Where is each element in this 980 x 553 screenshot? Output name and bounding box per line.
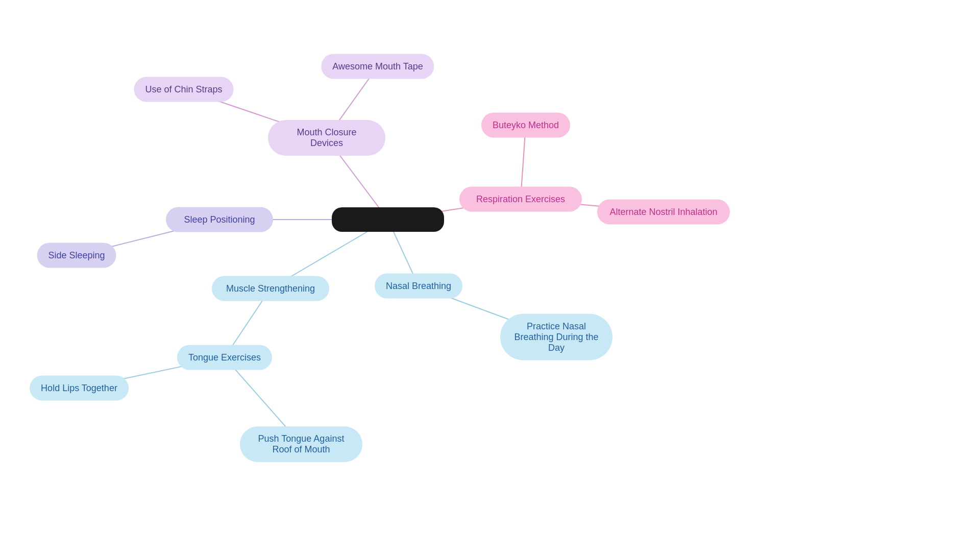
node-label-sleep-positioning: Sleep Positioning: [184, 214, 255, 225]
node-label-alt-nostril: Alternate Nostril Inhalation: [609, 207, 717, 218]
node-mouth-closure[interactable]: Mouth Closure Devices: [268, 120, 385, 156]
node-label-respiration: Respiration Exercises: [476, 194, 565, 205]
node-label-practice-nasal: Practice Nasal Breathing During the Day: [511, 321, 601, 353]
node-hold-lips[interactable]: Hold Lips Together: [30, 376, 129, 401]
node-tongue-ex[interactable]: Tongue Exercises: [177, 345, 272, 370]
node-label-chin-straps: Use of Chin Straps: [145, 84, 222, 95]
node-label-push-tongue: Push Tongue Against Roof of Mouth: [251, 434, 351, 455]
node-push-tongue[interactable]: Push Tongue Against Roof of Mouth: [240, 426, 362, 462]
node-sleep-positioning[interactable]: Sleep Positioning: [166, 207, 273, 232]
node-alt-nostril[interactable]: Alternate Nostril Inhalation: [597, 200, 730, 225]
node-label-mouth-tape: Awesome Mouth Tape: [332, 61, 423, 72]
node-label-buteyko: Buteyko Method: [493, 120, 559, 131]
node-side-sleeping[interactable]: Side Sleeping: [37, 243, 116, 268]
node-label-tongue-ex: Tongue Exercises: [188, 352, 261, 363]
node-label-muscle: Muscle Strengthening: [226, 283, 315, 294]
node-label-nasal: Nasal Breathing: [386, 281, 451, 292]
node-buteyko[interactable]: Buteyko Method: [481, 113, 570, 138]
node-label-side-sleeping: Side Sleeping: [48, 250, 105, 261]
center-node[interactable]: [332, 207, 444, 232]
node-nasal[interactable]: Nasal Breathing: [375, 274, 462, 299]
mindmap-container: Mouth Closure DevicesUse of Chin StrapsA…: [0, 0, 980, 553]
node-label-hold-lips: Hold Lips Together: [41, 383, 117, 394]
node-muscle[interactable]: Muscle Strengthening: [212, 276, 329, 301]
node-chin-straps[interactable]: Use of Chin Straps: [134, 77, 233, 102]
node-mouth-tape[interactable]: Awesome Mouth Tape: [321, 54, 434, 79]
node-respiration[interactable]: Respiration Exercises: [459, 187, 582, 212]
node-practice-nasal[interactable]: Practice Nasal Breathing During the Day: [500, 314, 612, 360]
node-label-mouth-closure: Mouth Closure Devices: [279, 127, 374, 149]
